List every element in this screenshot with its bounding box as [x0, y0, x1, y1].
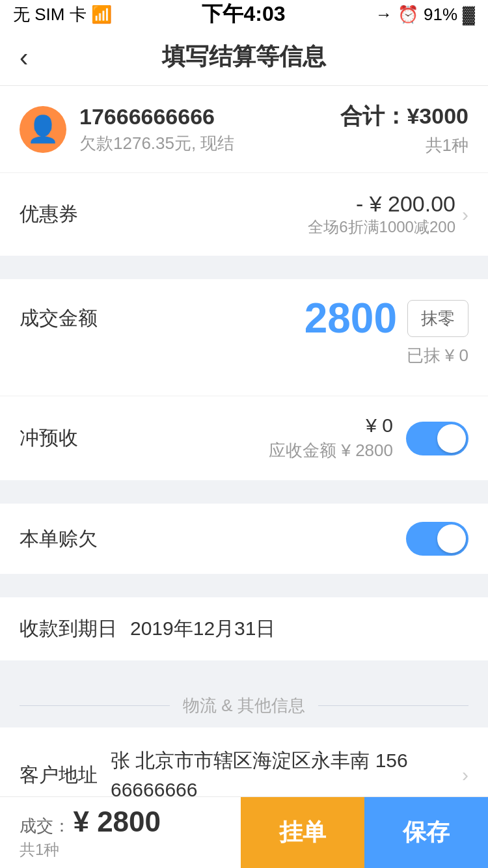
deferred-section: 本单赊欠: [0, 504, 488, 574]
logistics-divider: 物流 & 其他信息: [0, 684, 488, 727]
status-left: 无 SIM 卡 📶: [13, 3, 112, 26]
bottom-deal-sub: 共1种: [20, 839, 221, 860]
prepay-toggle[interactable]: [406, 422, 468, 455]
deferred-toggle-knob: [437, 524, 466, 553]
coupon-right: - ¥ 200.00 全场6折满1000减200 ›: [308, 191, 468, 237]
duedate-value: 2019年12月31日: [130, 616, 275, 642]
bottom-deal-label: 成交：: [20, 816, 70, 835]
deal-label: 成交金额: [20, 305, 98, 332]
hang-button[interactable]: 挂单: [241, 797, 364, 869]
logistics-line-left: [20, 705, 170, 706]
avatar: 👤: [20, 106, 66, 153]
back-button[interactable]: ‹: [20, 44, 28, 70]
prepay-right: ¥ 0 应收金额 ¥ 2800: [269, 414, 468, 462]
bottom-deal-row: 成交： ¥ 2800: [20, 806, 221, 838]
prepay-row: 冲预收 ¥ 0 应收金额 ¥ 2800: [0, 396, 488, 480]
separator-2: [0, 491, 488, 504]
battery-icon: ▓: [463, 5, 475, 25]
deal-row: 成交金额 2800 抹零: [20, 297, 468, 339]
status-time: 下午4:03: [202, 0, 285, 29]
customer-details: 17666666666 欠款1276.35元, 现结: [79, 104, 340, 155]
customer-total: 合计：¥3000 共1种: [340, 102, 468, 157]
deferred-label: 本单赊欠: [20, 526, 98, 552]
discount-amount: - ¥ 200.00: [308, 191, 455, 217]
deal-right: 2800 抹零: [305, 297, 468, 339]
coupon-row[interactable]: 优惠券 - ¥ 200.00 全场6折满1000减200 ›: [0, 172, 488, 256]
deal-amount-row: 成交金额 2800 抹零 已抹 ¥ 0: [0, 279, 488, 385]
coupon-label: 优惠券: [20, 201, 78, 228]
prepay-amount: ¥ 0: [269, 414, 393, 437]
deal-sub: 已抹 ¥ 0: [20, 344, 468, 367]
bottom-bar: 成交： ¥ 2800 共1种 挂单 保存: [0, 796, 488, 868]
duedate-row: 收款到期日 2019年12月31日: [20, 616, 468, 642]
chevron-right-icon: ›: [462, 204, 468, 226]
total-amount: 合计：¥3000: [340, 102, 468, 131]
battery-text: 91%: [424, 5, 457, 25]
user-icon: 👤: [27, 114, 59, 144]
bottom-deal-amount: ¥ 2800: [73, 806, 161, 837]
deal-section: 成交金额 2800 抹零 已抹 ¥ 0 冲预收 ¥ 0 应收金额 ¥ 2800: [0, 279, 488, 480]
customer-phone: 17666666666: [79, 104, 340, 129]
discount-sub: 全场6折满1000减200: [308, 217, 455, 237]
customer-info-row: 👤 17666666666 欠款1276.35元, 现结 合计：¥3000 共1…: [0, 86, 488, 172]
customer-section: 👤 17666666666 欠款1276.35元, 现结 合计：¥3000 共1…: [0, 86, 488, 256]
address-value: 张 北京市市辖区海淀区永丰南 156 66666666: [111, 746, 462, 804]
save-button[interactable]: 保存: [364, 797, 488, 869]
status-bar: 无 SIM 卡 📶 下午4:03 → ⏰ 91% ▓: [0, 0, 488, 29]
coupon-discount: - ¥ 200.00 全场6折满1000减200: [308, 191, 455, 237]
duedate-label: 收款到期日: [20, 616, 117, 642]
location-icon: →: [375, 5, 392, 25]
separator-3: [0, 584, 488, 597]
duedate-section: 收款到期日 2019年12月31日: [0, 597, 488, 660]
logistics-text: 物流 & 其他信息: [183, 694, 305, 717]
alarm-icon: ⏰: [398, 5, 418, 25]
prepay-label: 冲预收: [20, 425, 78, 452]
deferred-toggle[interactable]: [406, 522, 468, 556]
logistics-line-right: [318, 705, 468, 706]
total-sub: 共1种: [340, 134, 468, 157]
nav-bar: ‹ 填写结算等信息: [0, 29, 488, 86]
deal-amount: 2800: [305, 297, 397, 339]
address-label: 客户地址: [20, 762, 98, 789]
round-down-button[interactable]: 抹零: [407, 300, 468, 337]
bottom-summary: 成交： ¥ 2800 共1种: [0, 806, 241, 860]
separator-1: [0, 266, 488, 279]
prepay-sub: 应收金额 ¥ 2800: [269, 439, 393, 462]
prepay-amount-block: ¥ 0 应收金额 ¥ 2800: [269, 414, 393, 462]
status-right: → ⏰ 91% ▓: [375, 5, 475, 25]
address-chevron-icon: ›: [462, 764, 468, 786]
toggle-knob: [437, 424, 466, 453]
page-title: 填写结算等信息: [162, 41, 326, 73]
customer-sub: 欠款1276.35元, 现结: [79, 132, 340, 155]
separator-4: [0, 671, 488, 684]
